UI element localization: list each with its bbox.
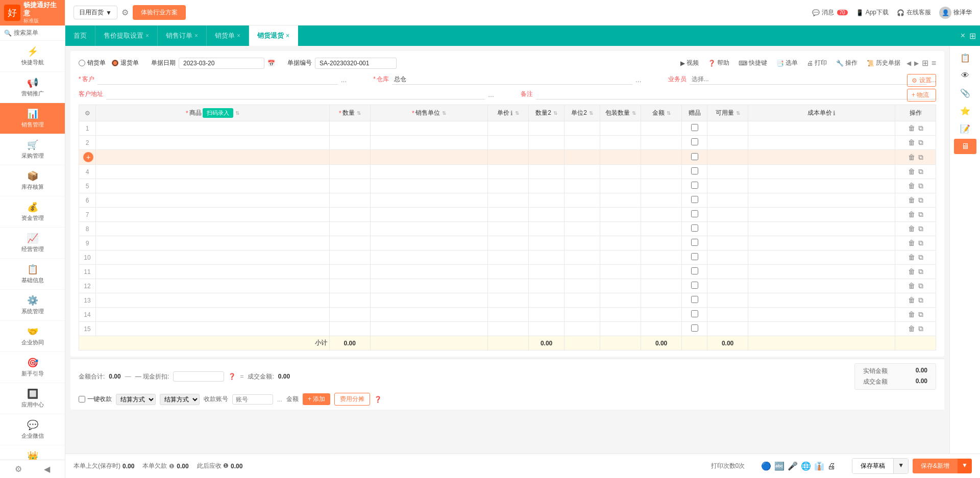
product-cell-11[interactable] bbox=[96, 265, 330, 279]
product-cell-6[interactable] bbox=[96, 193, 330, 208]
gift-cell-14[interactable] bbox=[682, 308, 707, 322]
one-key-collect-check[interactable]: 一键收款 bbox=[79, 395, 112, 404]
pack-cell-14[interactable] bbox=[600, 308, 641, 322]
amount-cell-6[interactable] bbox=[641, 193, 682, 208]
unit-cell-5[interactable] bbox=[370, 179, 487, 193]
history-btn[interactable]: 📜 历史单据 bbox=[864, 57, 903, 69]
gift-checkbox-15[interactable] bbox=[691, 324, 698, 332]
available-cell-5[interactable] bbox=[707, 179, 748, 193]
gift-checkbox-9[interactable] bbox=[691, 239, 698, 246]
price-cell-1[interactable] bbox=[488, 121, 529, 136]
available-cell-3[interactable] bbox=[707, 150, 748, 165]
sidebar-item-finance[interactable]: 💰 资金管理 bbox=[0, 196, 65, 228]
messages-btn[interactable]: 💬 消息 70 bbox=[812, 8, 848, 17]
copy-row-11-btn[interactable]: ⧉ bbox=[918, 267, 923, 276]
gift-checkbox-7[interactable] bbox=[691, 210, 698, 217]
available-cell-1[interactable] bbox=[707, 121, 748, 136]
cost-cell-11[interactable] bbox=[748, 265, 895, 279]
price-cell-6[interactable] bbox=[488, 193, 529, 208]
copy-row-6-btn[interactable]: ⧉ bbox=[918, 196, 923, 205]
add-row-cell[interactable]: + bbox=[79, 150, 96, 165]
tab-sales-return-close[interactable]: × bbox=[286, 32, 289, 39]
one-key-collect-checkbox[interactable] bbox=[79, 396, 85, 402]
available-cell-4[interactable] bbox=[707, 165, 748, 179]
pack-cell-1[interactable] bbox=[600, 121, 641, 136]
taskbar-icon-3[interactable]: 🎤 bbox=[788, 461, 798, 471]
unit2-sort-icon[interactable]: ⇅ bbox=[589, 110, 593, 116]
pack-cell-2[interactable] bbox=[600, 136, 641, 150]
unit-cell-15[interactable] bbox=[370, 322, 487, 336]
available-cell-13[interactable] bbox=[707, 293, 748, 308]
gift-cell-11[interactable] bbox=[682, 265, 707, 279]
select-btn[interactable]: 📑 选单 bbox=[773, 57, 801, 69]
delete-row-15-btn[interactable]: 🗑 bbox=[908, 324, 915, 333]
qty2-cell-4[interactable] bbox=[529, 165, 565, 179]
qty-cell-5[interactable] bbox=[329, 179, 370, 193]
unit2-cell-13[interactable] bbox=[565, 293, 600, 308]
available-cell-11[interactable] bbox=[707, 265, 748, 279]
qty-cell-15[interactable] bbox=[329, 322, 370, 336]
available-cell-12[interactable] bbox=[707, 279, 748, 293]
history-next-btn[interactable]: ▶ bbox=[914, 60, 919, 67]
qty2-sort-icon[interactable]: ⇅ bbox=[553, 110, 557, 116]
grid-view-btn[interactable]: ⊞ bbox=[922, 58, 928, 68]
pack-cell-10[interactable] bbox=[600, 250, 641, 265]
delete-row-6-btn[interactable]: 🗑 bbox=[908, 196, 915, 205]
sidebar-item-inventory[interactable]: 📦 库存核算 bbox=[0, 165, 65, 196]
account-dots[interactable]: ... bbox=[277, 396, 282, 403]
save-new-dropdown-btn[interactable]: ▼ bbox=[958, 459, 972, 473]
price-cell-8[interactable] bbox=[488, 222, 529, 236]
sidebar-item-collab[interactable]: 🤝 企业协同 bbox=[0, 321, 65, 352]
tab-sales-close[interactable]: × bbox=[237, 32, 240, 39]
price-cell-13[interactable] bbox=[488, 293, 529, 308]
price-cell-14[interactable] bbox=[488, 308, 529, 322]
product-cell-3[interactable] bbox=[96, 150, 330, 165]
unit-cell-3[interactable] bbox=[370, 150, 487, 165]
unit2-cell-6[interactable] bbox=[565, 193, 600, 208]
qty-cell-9[interactable] bbox=[329, 236, 370, 250]
qty-cell-7[interactable] bbox=[329, 208, 370, 222]
sidebar-item-marketing[interactable]: 📢 营销推广 bbox=[0, 72, 65, 103]
pack-sort-icon[interactable]: ⇅ bbox=[632, 110, 636, 116]
price-cell-11[interactable] bbox=[488, 265, 529, 279]
delete-row-5-btn[interactable]: 🗑 bbox=[908, 182, 915, 190]
radio-sales-input[interactable] bbox=[79, 60, 85, 66]
copy-row-3-btn[interactable]: ⧉ bbox=[918, 153, 923, 162]
pack-cell-11[interactable] bbox=[600, 265, 641, 279]
sidebar-item-member[interactable]: 👑 畅会员 bbox=[0, 445, 65, 460]
unit2-cell-2[interactable] bbox=[565, 136, 600, 150]
gift-cell-12[interactable] bbox=[682, 279, 707, 293]
add-logistics-btn[interactable]: + 物流 bbox=[907, 89, 936, 102]
price-cell-5[interactable] bbox=[488, 179, 529, 193]
table-settings-icon[interactable]: ⚙ bbox=[85, 110, 90, 117]
price-cell-7[interactable] bbox=[488, 208, 529, 222]
tab-close-all-btn[interactable]: × bbox=[961, 31, 965, 40]
cost-cell-14[interactable] bbox=[748, 308, 895, 322]
product-cell-1[interactable] bbox=[96, 121, 330, 136]
unit-cell-2[interactable] bbox=[370, 136, 487, 150]
side-panel-btn-3[interactable]: 📎 bbox=[954, 85, 976, 101]
available-cell-2[interactable] bbox=[707, 136, 748, 150]
sidebar-item-apps[interactable]: 🔲 应用中心 bbox=[0, 383, 65, 414]
online-service-btn[interactable]: 🎧 在线客服 bbox=[897, 8, 931, 17]
unit2-cell-8[interactable] bbox=[565, 222, 600, 236]
amount-sort-icon[interactable]: ⇅ bbox=[667, 110, 671, 116]
copy-row-14-btn[interactable]: ⧉ bbox=[918, 310, 923, 319]
taskbar-icon-2[interactable]: 🔤 bbox=[774, 461, 785, 471]
note-input[interactable] bbox=[536, 89, 936, 99]
sidebar-settings-btn[interactable]: ⚙ bbox=[15, 464, 22, 474]
account-input[interactable] bbox=[232, 394, 273, 405]
price-cell-15[interactable] bbox=[488, 322, 529, 336]
pack-cell-3[interactable] bbox=[600, 150, 641, 165]
copy-row-2-btn[interactable]: ⧉ bbox=[918, 138, 923, 147]
user-menu[interactable]: 👤 徐泽华 bbox=[939, 7, 972, 19]
warehouse-input[interactable] bbox=[392, 74, 632, 85]
qty2-cell-6[interactable] bbox=[529, 193, 565, 208]
qty-cell-2[interactable] bbox=[329, 136, 370, 150]
qty2-cell-9[interactable] bbox=[529, 236, 565, 250]
unit-cell-9[interactable] bbox=[370, 236, 487, 250]
qty-cell-14[interactable] bbox=[329, 308, 370, 322]
cost-cell-4[interactable] bbox=[748, 165, 895, 179]
tab-sales[interactable]: 销货单 × bbox=[207, 26, 249, 46]
unit-cell-12[interactable] bbox=[370, 279, 487, 293]
